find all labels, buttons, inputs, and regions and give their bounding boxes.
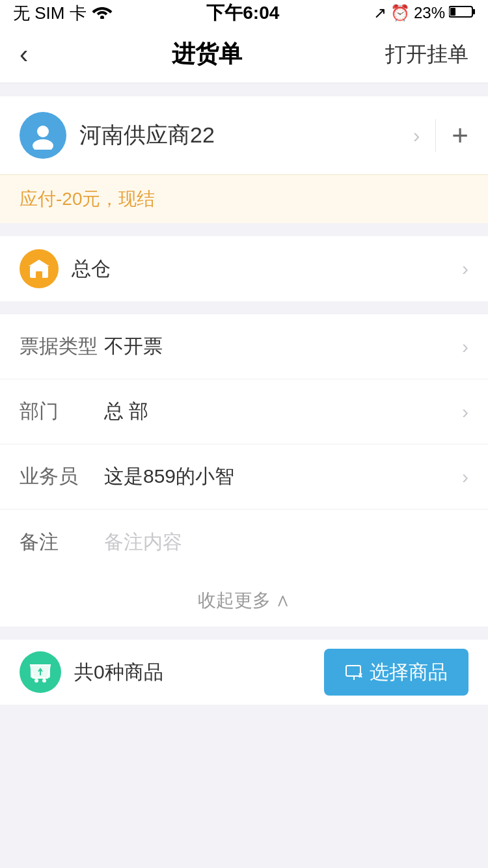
battery-text: 23% (414, 4, 445, 22)
svg-point-4 (37, 126, 49, 137)
wifi-icon (92, 3, 113, 23)
select-product-button[interactable]: 选择商品 (324, 649, 468, 696)
section-gap-4 (0, 627, 488, 640)
select-product-label: 选择商品 (370, 659, 448, 686)
status-bar: 无 SIM 卡 下午6:04 ↗ ⏰ 23% (0, 0, 488, 26)
department-label: 部门 (20, 398, 104, 425)
remark-label: 备注 (20, 529, 104, 556)
product-count: 共0种商品 (74, 659, 324, 686)
alarm-icon: ⏰ (390, 4, 410, 22)
invoice-type-label: 票据类型 (20, 333, 104, 360)
warehouse-row[interactable]: 总仓 › (0, 236, 488, 301)
bottom-bar: 共0种商品 选择商品 (0, 640, 488, 705)
warehouse-section: 总仓 › (0, 236, 488, 301)
warehouse-name: 总仓 (72, 256, 462, 282)
collapse-button[interactable]: 收起更多 ∧ (0, 575, 488, 627)
svg-rect-13 (346, 666, 360, 676)
location-icon: ↗ (373, 4, 386, 22)
supplier-chevron-icon: › (413, 124, 420, 148)
supplier-section: 河南供应商22 › + 应付-20元，现结 (0, 96, 488, 223)
supplier-name: 河南供应商22 (79, 120, 413, 150)
carrier-text: 无 SIM 卡 (13, 2, 87, 25)
collapse-label: 收起更多 ∧ (198, 588, 291, 613)
svg-point-11 (42, 679, 46, 683)
salesperson-label: 业务员 (20, 463, 104, 490)
salesperson-value: 这是859的小智 (104, 463, 462, 490)
warehouse-chevron-icon: › (462, 258, 468, 280)
page-background (0, 705, 488, 868)
department-value: 总 部 (104, 398, 462, 425)
cart-icon (20, 651, 61, 693)
supplier-avatar (20, 112, 66, 159)
svg-rect-3 (450, 8, 455, 16)
svg-rect-8 (36, 271, 42, 278)
status-left: 无 SIM 卡 (13, 2, 113, 25)
invoice-type-row[interactable]: 票据类型 不开票 › (0, 314, 488, 379)
supplier-row[interactable]: 河南供应商22 › + (0, 96, 488, 174)
svg-marker-7 (29, 260, 49, 266)
status-right: ↗ ⏰ 23% (373, 4, 475, 22)
svg-rect-2 (472, 9, 475, 14)
status-time: 下午6:04 (206, 1, 279, 25)
warehouse-icon (20, 249, 59, 288)
section-gap-2 (0, 223, 488, 236)
open-pending-button[interactable]: 打开挂单 (385, 40, 468, 69)
notice-bar: 应付-20元，现结 (0, 174, 488, 223)
department-chevron-icon: › (462, 401, 468, 423)
form-section: 票据类型 不开票 › 部门 总 部 › 业务员 这是859的小智 › 备注 备注… (0, 314, 488, 575)
invoice-type-chevron-icon: › (462, 336, 468, 358)
svg-point-0 (100, 16, 104, 19)
nav-bar: ‹ 进货单 打开挂单 (0, 26, 488, 83)
page-title: 进货单 (172, 38, 242, 70)
remark-row[interactable]: 备注 备注内容 (0, 509, 488, 575)
section-gap-3 (0, 301, 488, 314)
svg-point-10 (34, 679, 38, 683)
add-supplier-button[interactable]: + (452, 121, 468, 150)
invoice-type-value: 不开票 (104, 333, 462, 360)
remark-placeholder: 备注内容 (104, 529, 468, 556)
svg-point-5 (33, 139, 53, 150)
notice-text: 应付-20元，现结 (20, 189, 155, 209)
section-gap-1 (0, 83, 488, 96)
salesperson-chevron-icon: › (462, 466, 468, 488)
battery-icon (449, 4, 475, 22)
supplier-divider (435, 119, 436, 152)
department-row[interactable]: 部门 总 部 › (0, 379, 488, 444)
salesperson-row[interactable]: 业务员 这是859的小智 › (0, 444, 488, 509)
back-button[interactable]: ‹ (20, 40, 28, 69)
